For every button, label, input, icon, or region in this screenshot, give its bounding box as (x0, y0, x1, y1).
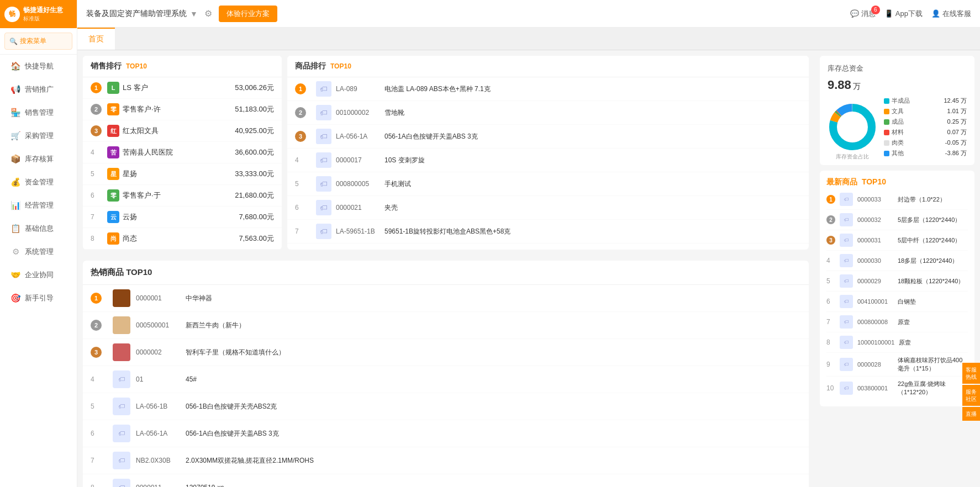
hot-product-row[interactable]: 1 0000001 中华神器 (83, 285, 809, 312)
product-ranking-row[interactable]: 1 🏷 LA-089 电池盖 LA-089 ABS本色+黑种 7.1克 (287, 77, 809, 101)
message-icon: 💬 (850, 9, 859, 18)
latest-product-row[interactable]: 9 🏷 0000028 体碗嘉枝味苏打饮品400毫升（1*15） (826, 353, 968, 377)
trial-button[interactable]: 体验行业方案 (219, 6, 277, 22)
sales-ranking-row[interactable]: 5 星 星扬 33,333.00元 (83, 163, 282, 185)
app-download-action[interactable]: 📱 App下载 (884, 9, 923, 19)
legend-item: 肉类 -0.05 万 (884, 139, 967, 147)
guide-icon: 🎯 (10, 293, 20, 303)
hot-product-img: 🏷 (113, 370, 130, 388)
online-service-action[interactable]: 👤 在线客服 (931, 9, 971, 19)
topbar: 装备及固定资产辅助管理系统 ▼ ⚙ 体验行业方案 💬 消息 6 📱 App下载 … (77, 0, 980, 28)
sidebar-item-cooperation[interactable]: 🤝 企业协同 (0, 263, 77, 287)
hot-product-row[interactable]: 2 000500001 新西兰牛肉（新牛） (83, 312, 809, 339)
hot-product-img: 🏷 (113, 479, 130, 487)
product-img: 🏷 (316, 152, 331, 168)
product-top-badge: TOP10 (330, 62, 351, 70)
product-ranking-row[interactable]: 5 🏷 000800005 手机测试 (287, 172, 809, 196)
hot-product-row[interactable]: 5 🏷 LA-056-1B 056-1B白色按键开关壳ABS2克 (83, 393, 809, 420)
system-selector[interactable]: 装备及固定资产辅助管理系统 ▼ (86, 9, 198, 19)
sales-ranking-row[interactable]: 4 苦 苦南县人民医院 36,600.00元 (83, 142, 282, 163)
sidebar-item-marketing[interactable]: 📢 营销推广 (0, 78, 77, 101)
latest-product-row[interactable]: 7 🏷 000800008 原壹 (826, 312, 968, 332)
sidebar-item-home[interactable]: 🏠 快捷导航 (0, 55, 77, 78)
hot-product-row[interactable]: 3 0000002 智利车子里（规格不知道填什么） (83, 339, 809, 366)
sales-ranking-row[interactable]: 2 零 零售客户·许 51,183.00元 (83, 99, 282, 120)
float-btn-live[interactable]: 直播 (962, 407, 980, 421)
sales-ranking-table: 1 L LS 客户 53,006.26元 2 零 零售客户·许 51,183.0… (83, 77, 282, 250)
inventory-value: 9.88 (828, 78, 851, 92)
sidebar-item-sales[interactable]: 🏪 销售管理 (0, 101, 77, 124)
latest-product-row[interactable]: 5 🏷 0000029 18颗粒板（1220*2440） (826, 271, 968, 292)
sales-ranking-panel: 销售排行 TOP10 1 L LS 客户 53,006.26元 2 零 零售客户… (83, 56, 282, 250)
dropdown-icon[interactable]: ▼ (190, 9, 198, 18)
sidebar-item-system[interactable]: ⚙ 系统管理 (0, 240, 77, 263)
finance-icon: 💰 (10, 177, 20, 187)
sales-ranking-row[interactable]: 1 L LS 客户 53,006.26元 (83, 77, 282, 99)
inventory-title: 库存总资金 (828, 63, 863, 73)
product-ranking-table: 1 🏷 LA-089 电池盖 LA-089 ABS本色+黑种 7.1克 2 🏷 … (287, 77, 809, 244)
hot-product-row[interactable]: 7 🏷 NB2.0X30B 2.0X30MM双搓花轴,搓花直径2.1MM/ROH… (83, 447, 809, 474)
sidebar-item-operation[interactable]: 📊 经营管理 (0, 194, 77, 217)
sidebar-item-purchase[interactable]: 🛒 采购管理 (0, 124, 77, 147)
sales-ranking-row[interactable]: 3 红 红太阳文具 40,925.00元 (83, 120, 282, 142)
hot-products-title: 热销商品 TOP10 (83, 261, 809, 285)
message-action[interactable]: 💬 消息 6 (850, 9, 876, 19)
latest-product-row[interactable]: 3 🏷 0000031 5层中纤（1220*2440） (826, 230, 968, 251)
top-panels-row: 销售排行 TOP10 1 L LS 客户 53,006.26元 2 零 零售客户… (83, 56, 809, 250)
product-ranking-row[interactable]: 7 🏷 LA-59651-1B 59651-1B旋转投影灯电池盒ABS黑色+58… (287, 220, 809, 244)
base-info-icon: 📋 (10, 224, 20, 234)
page-content: 销售排行 TOP10 1 L LS 客户 53,006.26元 2 零 零售客户… (77, 50, 980, 487)
sidebar-search-area: 🔍 搜索菜单 (0, 28, 77, 55)
product-img: 🏷 (316, 105, 331, 120)
latest-product-img: 🏷 (840, 295, 853, 308)
search-menu-button[interactable]: 🔍 搜索菜单 (4, 33, 72, 50)
sales-ranking-row[interactable]: 7 云 云扬 7,680.00元 (83, 207, 282, 228)
tab-home[interactable]: 首页 (77, 28, 115, 50)
latest-product-img: 🏷 (840, 358, 853, 371)
nav-tabs: 首页 (77, 28, 980, 50)
settings-icon[interactable]: ⚙ (204, 8, 212, 19)
latest-product-row[interactable]: 4 🏷 0000030 18多层（1220*2440） (826, 251, 968, 271)
latest-product-row[interactable]: 8 🏷 10000100001 原壹 (826, 332, 968, 353)
latest-product-img: 🏷 (840, 213, 853, 226)
hot-product-row[interactable]: 6 🏷 LA-056-1A 056-1A白色按键开关盖ABS 3克 (83, 420, 809, 447)
sidebar-item-base-info[interactable]: 📋 基础信息 (0, 217, 77, 240)
float-btn-service[interactable]: 客服热线 (962, 363, 980, 384)
product-ranking-header: 商品排行 TOP10 (287, 56, 809, 77)
sidebar-item-finance[interactable]: 💰 资金管理 (0, 171, 77, 194)
inventory-icon: 📦 (10, 154, 20, 164)
product-ranking-row[interactable]: 3 🏷 LA-056-1A 056-1A白色按键开关盖ABS 3克 (287, 125, 809, 149)
logo-text: 畅捷通好生意 标准版 (23, 6, 63, 23)
latest-product-row[interactable]: 2 🏷 0000032 5层多层（1220*2440） (826, 210, 968, 230)
inventory-unit: 万 (853, 82, 861, 91)
sidebar: 畅 畅捷通好生意 标准版 🔍 搜索菜单 🏠 快捷导航 📢 营销推广 🏪 销售管理… (0, 0, 77, 487)
operation-icon: 📊 (10, 200, 20, 210)
sidebar-item-guide[interactable]: 🎯 新手引导 (0, 287, 77, 310)
latest-products-table: 1 🏷 0000033 封边带（1.0*22） 2 🏷 0000032 5层多层… (826, 189, 968, 400)
hot-products-table: 1 0000001 中华神器 2 000500001 新西兰牛肉（新牛） 3 0… (83, 285, 809, 487)
product-ranking-row[interactable]: 2 🏷 001000002 雪地靴 (287, 101, 809, 125)
inventory-card: 库存总资金 9.88 万 (820, 56, 974, 165)
latest-products-title: 最新商品 TOP10 (826, 177, 968, 187)
hot-products-panel: 热销商品 TOP10 1 0000001 中华神器 2 000500001 新西… (83, 261, 809, 487)
phone-icon: 📱 (884, 9, 893, 18)
inventory-header: 库存总资金 (828, 63, 967, 73)
sales-ranking-row[interactable]: 6 零 零售客户·于 21,680.00元 (83, 185, 282, 207)
cooperation-icon: 🤝 (10, 270, 20, 280)
latest-product-row[interactable]: 1 🏷 0000033 封边带（1.0*22） (826, 189, 968, 210)
sales-ranking-row[interactable]: 8 尚 尚态 7,563.00元 (83, 228, 282, 250)
float-btn-community[interactable]: 服务社区 (962, 385, 980, 406)
hot-product-row[interactable]: 4 🏷 01 45# (83, 366, 809, 393)
product-ranking-row[interactable]: 4 🏷 0000017 10S 变刺罗旋 (287, 149, 809, 172)
latest-product-row[interactable]: 6 🏷 004100001 白钢垫 (826, 292, 968, 312)
legend-item: 成品 0.25 万 (884, 118, 967, 126)
hot-product-row[interactable]: 8 🏷 0000011 12070519-xs (83, 474, 809, 487)
hot-product-img (113, 289, 130, 307)
product-img: 🏷 (316, 176, 331, 192)
sidebar-item-inventory[interactable]: 📦 库存核算 (0, 147, 77, 171)
product-img: 🏷 (316, 200, 331, 215)
sales-top-badge: TOP10 (126, 62, 147, 70)
product-ranking-row[interactable]: 6 🏷 0000021 夹壳 (287, 196, 809, 220)
latest-products-card: 最新商品 TOP10 1 🏷 0000033 封边带（1.0*22） 2 🏷 0… (820, 171, 974, 406)
latest-product-row[interactable]: 10 🏷 003800001 22g鱼豆腐·烧烤味（1*12*20） (826, 377, 968, 400)
